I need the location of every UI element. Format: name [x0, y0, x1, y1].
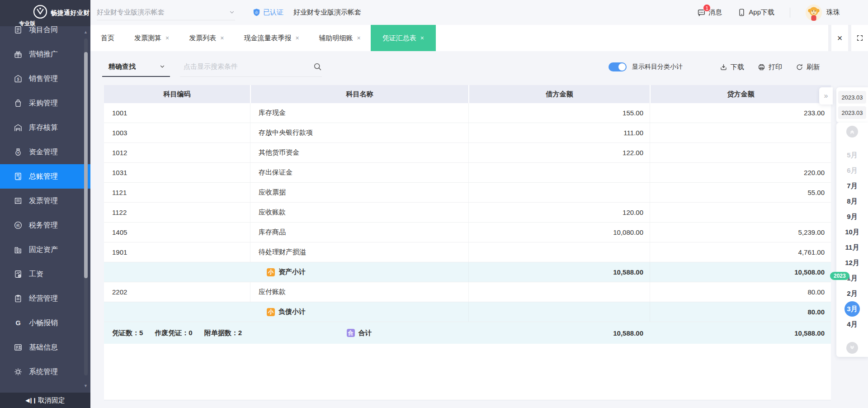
month-item-8月[interactable]: 8月: [836, 194, 868, 209]
period-button[interactable]: 2023.03: [838, 91, 866, 104]
sidebar-item-expense[interactable]: G 小畅报销: [0, 311, 90, 335]
tab-label: 辅助明细账: [319, 34, 353, 43]
sidebar-item-label: 资金管理: [29, 147, 58, 157]
month-item-6月[interactable]: 6月: [836, 163, 868, 178]
sidebar-item-tax[interactable]: 税 税务管理: [0, 213, 90, 237]
table-row: 1031 存出保证金 220.00: [104, 163, 831, 183]
sidebar-item-fixed-assets[interactable]: 固定资产: [0, 237, 90, 262]
debit-amount: 120.00: [468, 203, 650, 222]
expense-icon: G: [14, 318, 23, 327]
tab-发票列表[interactable]: 发票列表×: [189, 25, 224, 51]
month-label: 12月: [844, 255, 860, 270]
tab-凭证汇总表[interactable]: 凭证汇总表×: [371, 25, 436, 51]
tab-现金流量表季报[interactable]: 现金流量表季报×: [244, 25, 299, 51]
subtotal-credit: 10,508.00: [650, 262, 831, 282]
sidebar-item-label: 库存核算: [29, 123, 58, 133]
tab-close-icon[interactable]: ×: [165, 34, 169, 42]
sidebar-menu: 项目合同 营销推广 $ 销售管理 采购管理 库存核算 ¥ 资金管理 ¥ 总账管理…: [0, 26, 90, 393]
months-scroll-down-button[interactable]: [846, 342, 858, 354]
month-item-10月[interactable]: 10月: [836, 224, 868, 240]
fixed-assets-icon: [14, 245, 23, 254]
tab-首页[interactable]: 首页: [101, 25, 114, 51]
sidebar-item-inventory[interactable]: 库存核算: [0, 115, 90, 140]
download-button[interactable]: 下载: [720, 63, 744, 71]
sidebar-item-label: 经营管理: [29, 294, 58, 304]
shield-icon: 企: [252, 8, 261, 17]
month-list: 5月 6月 7月 8月 9月 10月 11月 12月 1月 2月 3月 4月: [836, 147, 868, 332]
voucher-summary-table: 科目编码科目名称借方金额贷方金额 1001 库存现金 155.00 233.00…: [104, 85, 831, 400]
tab-发票测算[interactable]: 发票测算×: [134, 25, 169, 51]
sidebar-item-invoice[interactable]: 发票管理: [0, 189, 90, 213]
app-download-button[interactable]: App下载: [737, 8, 774, 17]
sidebar-item-system[interactable]: 系统管理: [0, 360, 90, 384]
sidebar-item-operations[interactable]: 经营管理: [0, 286, 90, 311]
sidebar-item-label: 工资: [29, 270, 43, 279]
sidebar-item-ledger[interactable]: ¥ 总账管理: [0, 164, 90, 189]
table-footer-row: 凭证数：5作废凭证：0附单据数：2 合 合计 10,588.00 10,588.…: [104, 322, 831, 344]
tab-close-icon[interactable]: ×: [420, 34, 424, 42]
sidebar-scrollbar[interactable]: [84, 38, 88, 375]
month-item-2月[interactable]: 2月: [836, 286, 868, 301]
debit-amount: 10,080.00: [468, 223, 650, 242]
verified-badge[interactable]: 企 已认证: [252, 8, 283, 17]
sidebar-item-label: 总账管理: [29, 172, 58, 181]
month-item-12月[interactable]: 12月: [836, 255, 868, 270]
search-mode-dropdown[interactable]: 精确查找: [102, 57, 170, 77]
print-icon: [758, 63, 765, 71]
months-scroll-up-button[interactable]: [846, 126, 858, 138]
debit-total: 10,588.00: [468, 322, 650, 344]
sidebar-scroll-up-icon[interactable]: ▲: [84, 30, 88, 34]
sidebar-item-basic-info[interactable]: 基础信息: [0, 335, 90, 360]
sidebar-item-payroll[interactable]: 工资: [0, 262, 90, 286]
account-code: 1121: [104, 183, 250, 202]
month-item-3月[interactable]: 3月: [836, 301, 868, 317]
subtotal-toggle[interactable]: [609, 62, 627, 71]
print-button[interactable]: 打印: [758, 63, 782, 71]
unpin-sidebar-button[interactable]: ◀❙❙ 取消固定: [0, 393, 90, 408]
refresh-button[interactable]: 刷新: [796, 63, 820, 71]
subtotal-toggle-group: 显示科目分类小计: [609, 62, 683, 71]
table-row: 1121 应收票据 55.00: [104, 183, 831, 203]
chevrons-down-icon: [849, 345, 855, 351]
collapse-panel-handle[interactable]: »: [819, 87, 833, 104]
account-code: 1001: [104, 103, 250, 123]
month-label: 8月: [844, 194, 860, 209]
tab-close-icon[interactable]: ×: [295, 34, 299, 42]
sidebar-item-marketing[interactable]: 营销推广: [0, 42, 90, 66]
sidebar-item-purchase[interactable]: 采购管理: [0, 91, 90, 115]
tab-close-icon[interactable]: ×: [357, 34, 361, 42]
sidebar-item-sales[interactable]: $ 销售管理: [0, 66, 90, 91]
user-menu[interactable]: 珠珠: [806, 5, 840, 21]
credit-amount: [650, 203, 831, 222]
fullscreen-button[interactable]: [851, 25, 868, 51]
tab-label: 现金流量表季报: [244, 34, 291, 43]
month-item-7月[interactable]: 7月: [836, 178, 868, 194]
messages-label: 消息: [708, 8, 722, 17]
table-row: 1405 库存商品 10,080.00 5,239.00: [104, 223, 831, 242]
tab-辅助明细账[interactable]: 辅助明细账×: [319, 25, 361, 51]
stat-item: 凭证数：5: [112, 329, 143, 337]
period-button[interactable]: 2023.03: [838, 106, 866, 119]
month-item-4月[interactable]: 4月: [836, 317, 868, 332]
account-code: 1122: [104, 203, 250, 222]
account-set-selector[interactable]: 好业财专业版演示帐套: [97, 5, 235, 20]
print-label: 打印: [769, 63, 782, 71]
search-input[interactable]: 点击显示搜索条件: [180, 57, 322, 77]
sidebar-item-project-contract[interactable]: 项目合同: [0, 26, 90, 42]
inventory-icon: [14, 123, 23, 132]
table-row: 1003 存放中央银行款项 111.00: [104, 123, 831, 143]
sales-icon: $: [14, 74, 23, 83]
month-item-5月[interactable]: 5月: [836, 147, 868, 163]
sidebar-item-label: 发票管理: [29, 196, 58, 206]
account-code: 2202: [104, 282, 250, 302]
sidebar-scrollbar-thumb[interactable]: [84, 52, 88, 278]
sidebar-item-funds[interactable]: ¥ 资金管理: [0, 140, 90, 164]
messages-button[interactable]: 消息 1: [697, 8, 722, 17]
month-item-11月[interactable]: 11月: [836, 240, 868, 255]
month-item-9月[interactable]: 9月: [836, 209, 868, 224]
credit-amount: 80.00: [650, 282, 831, 302]
close-all-tabs-button[interactable]: ×: [831, 25, 848, 51]
tab-close-icon[interactable]: ×: [220, 34, 224, 42]
invoice-icon: [14, 196, 23, 205]
sidebar-scroll-down-icon[interactable]: ▼: [84, 384, 88, 388]
